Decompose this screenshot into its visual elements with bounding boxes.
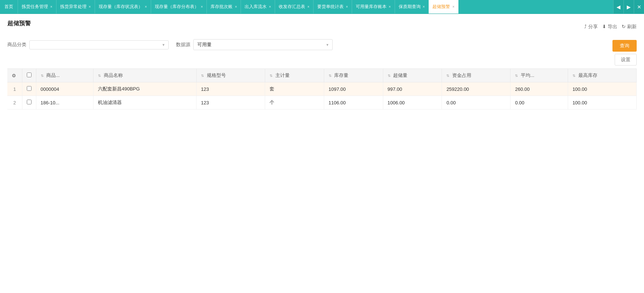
cell-spec: 123 <box>196 82 265 96</box>
sort-icon-avg: ⇅ <box>515 74 518 78</box>
nav-available-stock[interactable]: 可用量库存账本 × <box>352 0 395 14</box>
nav-arrows: ◀ ▶ ✕ <box>613 0 644 14</box>
row-checkbox-cell <box>22 82 36 96</box>
filter-main: 商品分类 ▾ 数据源 可用量 ▾ <box>7 39 609 55</box>
close-order-stats[interactable]: × <box>346 5 348 9</box>
page-title: 超储预警 <box>7 20 31 27</box>
col-product-name[interactable]: ⇅ 商品名称 <box>93 69 196 82</box>
settings-icon: ⚙ <box>12 73 16 78</box>
row-checkbox[interactable] <box>27 100 32 104</box>
cell-unit: 个 <box>265 96 324 110</box>
nav-pick-task[interactable]: 拣货任务管理 × <box>18 0 56 14</box>
close-stock-status[interactable]: × <box>145 5 147 9</box>
sort-icon-max: ⇅ <box>572 74 575 78</box>
col-overstock[interactable]: ⇅ 超储量 <box>383 69 442 82</box>
row-num: 1 <box>7 82 22 96</box>
settings-button[interactable]: 设置 <box>615 54 637 66</box>
nav-recv-send[interactable]: 收发存汇总表 × <box>275 0 314 14</box>
cell-max-stock: 100.00 <box>568 82 636 96</box>
table-row: 2 186-10... 机油滤清器 123 个 1106.00 1006.00 … <box>7 96 637 110</box>
row-checkbox[interactable] <box>27 86 32 91</box>
share-icon: ⤴ <box>584 24 587 29</box>
col-product-code[interactable]: ⇅ 商品... <box>36 69 93 82</box>
nav-stock-dist[interactable]: 现存量（库存分布表） × <box>151 0 207 14</box>
cell-capital-usage: 0.00 <box>442 96 511 110</box>
cell-overstock: 997.00 <box>383 82 442 96</box>
sort-icon-product-code: ⇅ <box>41 74 44 78</box>
export-icon: ⬇ <box>602 24 606 29</box>
page-header: 超储预警 ⤴ 分享 ⬇ 导出 ↻ 刷新 <box>7 20 637 33</box>
nav-pick-exception[interactable]: 拣货异常处理 × <box>56 0 95 14</box>
nav-stock-status[interactable]: 现存量（库存状况表） × <box>95 0 151 14</box>
nav-overstock-warning[interactable]: 超储预警 × <box>429 0 458 14</box>
sort-icon-overstock: ⇅ <box>388 74 391 78</box>
nav-arrow-left[interactable]: ◀ <box>613 0 623 14</box>
page-actions: ⤴ 分享 ⬇ 导出 ↻ 刷新 <box>584 23 637 30</box>
nav-shelf-life[interactable]: 保质期查询 × <box>395 0 429 14</box>
datasource-value: 可用量 <box>197 41 212 48</box>
filter-row-1: 商品分类 ▾ 数据源 可用量 ▾ <box>7 39 609 50</box>
close-recv-send[interactable]: × <box>307 5 310 9</box>
refresh-button[interactable]: ↻ 刷新 <box>622 23 637 30</box>
filter-datasource: 数据源 可用量 ▾ <box>176 39 333 50</box>
query-button[interactable]: 查询 <box>612 40 637 52</box>
nav-inout-flow[interactable]: 出入库流水 × <box>241 0 275 14</box>
export-button[interactable]: ⬇ 导出 <box>602 23 617 30</box>
close-inout-flow[interactable]: × <box>269 5 271 9</box>
cell-overstock: 1006.00 <box>383 96 442 110</box>
top-nav: 首页 拣货任务管理 × 拣货异常处理 × 现存量（库存状况表） × 现存量（库存… <box>0 0 644 14</box>
col-settings[interactable]: ⚙ <box>7 69 22 82</box>
cell-avg: 260.00 <box>511 82 568 96</box>
nav-close-all[interactable]: ✕ <box>634 0 644 14</box>
nav-arrow-right[interactable]: ▶ <box>623 0 634 14</box>
sort-icon-capital: ⇅ <box>446 74 449 78</box>
row-num: 2 <box>7 96 22 110</box>
cell-product-name: 机油滤清器 <box>93 96 196 110</box>
category-arrow-icon: ▾ <box>162 42 165 47</box>
sort-icon-unit: ⇅ <box>270 74 272 78</box>
col-avg[interactable]: ⇅ 平均... <box>511 69 568 82</box>
close-shelf-life[interactable]: × <box>423 5 425 9</box>
filter-right: 查询 设置 <box>612 39 637 66</box>
table-row: 1 0000004 六配套新昌490BPG 123 套 1097.00 997.… <box>7 82 637 96</box>
col-stock[interactable]: ⇅ 库存量 <box>324 69 383 82</box>
col-spec[interactable]: ⇅ 规格型号 <box>196 69 265 82</box>
category-select[interactable]: ▾ <box>29 40 169 49</box>
filter-area: 商品分类 ▾ 数据源 可用量 ▾ 查询 设置 <box>7 39 637 66</box>
nav-home[interactable]: 首页 <box>0 0 18 14</box>
refresh-icon: ↻ <box>622 24 626 29</box>
cell-product-name: 六配套新昌490BPG <box>93 82 196 96</box>
row-checkbox-cell <box>22 96 36 110</box>
page-content: 超储预警 ⤴ 分享 ⬇ 导出 ↻ 刷新 商品分类 <box>0 14 644 115</box>
nav-order-stats[interactable]: 要货单统计表 × <box>314 0 352 14</box>
category-label: 商品分类 <box>7 41 26 48</box>
col-capital-usage[interactable]: ⇅ 资金占用 <box>442 69 511 82</box>
filter-category: 商品分类 ▾ <box>7 40 169 49</box>
close-pick-exception[interactable]: × <box>89 5 91 9</box>
datasource-arrow-icon: ▾ <box>326 42 329 47</box>
sort-icon-stock: ⇅ <box>329 74 332 78</box>
share-button[interactable]: ⤴ 分享 <box>584 23 598 30</box>
cell-avg: 0.00 <box>511 96 568 110</box>
cell-stock: 1097.00 <box>324 82 383 96</box>
close-available-stock[interactable]: × <box>389 5 391 9</box>
cell-stock: 1106.00 <box>324 96 383 110</box>
close-pick-task[interactable]: × <box>50 5 52 9</box>
cell-capital-usage: 259220.00 <box>442 82 511 96</box>
cell-unit: 套 <box>265 82 324 96</box>
col-max-stock[interactable]: ⇅ 最高库存 <box>568 69 636 82</box>
cell-max-stock: 100.00 <box>568 96 636 110</box>
select-all-checkbox[interactable] <box>27 73 32 77</box>
table-header-row: ⚙ ⇅ 商品... ⇅ 商品名称 ⇅ 规格型号 ⇅ <box>7 69 637 82</box>
data-table: ⚙ ⇅ 商品... ⇅ 商品名称 ⇅ 规格型号 ⇅ <box>7 68 637 110</box>
datasource-select[interactable]: 可用量 ▾ <box>193 39 333 50</box>
col-unit[interactable]: ⇅ 主计量 <box>265 69 324 82</box>
close-stock-dist[interactable]: × <box>201 5 203 9</box>
close-stock-batch[interactable]: × <box>235 5 237 9</box>
table-body: 1 0000004 六配套新昌490BPG 123 套 1097.00 997.… <box>7 82 637 110</box>
nav-stock-batch[interactable]: 库存批次账 × <box>207 0 241 14</box>
cell-product-code: 0000004 <box>36 82 93 96</box>
cell-spec: 123 <box>196 96 265 110</box>
col-checkbox <box>22 69 36 82</box>
close-overstock-warning[interactable]: × <box>452 5 454 9</box>
